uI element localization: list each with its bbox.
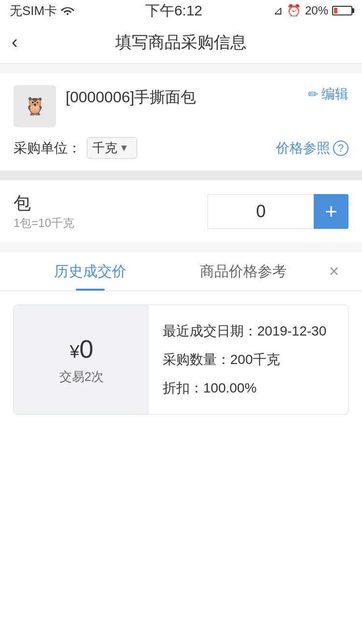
quantity-row: 包 1包=10千克 0 + [0, 180, 362, 242]
quantity-value: 0 [256, 201, 265, 222]
status-bar: 无SIM卡 下午6:12 ⊿ ⏰ 20% [0, 0, 362, 21]
unit-label: 采购单位： 千克 ▼ [14, 137, 137, 159]
battery-percent: 20% [305, 4, 328, 17]
bottom-space [0, 428, 362, 644]
history-detail-column: 最近成交日期：2019-12-30 采购数量：200千克 折扣：100.00% [149, 305, 348, 414]
edit-label: 编辑 [321, 85, 348, 103]
history-price-card: ¥0 交易2次 最近成交日期：2019-12-30 采购数量：200千克 折扣：… [14, 305, 348, 415]
discount-label: 折扣： [163, 380, 203, 395]
history-price-column: ¥0 交易2次 [14, 305, 149, 414]
status-right: ⊿ ⏰ 20% [273, 4, 352, 17]
unit-value: 千克 [92, 140, 117, 156]
page-title: 填写商品采购信息 [115, 31, 247, 54]
unit-row: 采购单位： 千克 ▼ 价格参照 ? [14, 137, 348, 159]
tab-history-price[interactable]: 历史成交价 [14, 252, 167, 291]
dropdown-arrow-icon: ▼ [119, 142, 129, 154]
product-card: 🦉 [0000006]手撕面包 ✏ 编辑 采购单位： 千克 ▼ 价格参照 ? [0, 73, 362, 170]
back-button[interactable]: ‹ [12, 32, 18, 53]
product-header: 🦉 [0000006]手撕面包 ✏ 编辑 [14, 85, 348, 127]
unit-label-text: 采购单位： [14, 139, 81, 157]
tabs-header: 历史成交价 商品价格参考 × [0, 252, 362, 291]
recent-date-row: 最近成交日期：2019-12-30 [163, 321, 334, 342]
network-label: 无SIM卡 [10, 2, 57, 19]
price-ref-button[interactable]: 价格参照 ? [276, 139, 348, 157]
discount-value: 100.00% [203, 380, 257, 395]
product-info: 🦉 [0000006]手撕面包 [14, 85, 196, 127]
tab-price-reference[interactable]: 商品价格参考 [167, 252, 320, 291]
currency-symbol: ¥ [70, 342, 80, 362]
tabs-content: ¥0 交易2次 最近成交日期：2019-12-30 采购数量：200千克 折扣：… [0, 291, 362, 428]
tab-history-label: 历史成交价 [54, 262, 126, 281]
product-logo: 🦉 [24, 96, 46, 116]
trade-count: 交易2次 [59, 368, 104, 385]
edit-icon: ✏ [308, 87, 319, 102]
quantity-input[interactable]: 0 [208, 194, 314, 229]
nav-bar: ‹ 填写商品采购信息 [0, 21, 362, 64]
section-divider [0, 170, 362, 180]
price-ref-label: 价格参照 [276, 139, 330, 157]
battery-icon [332, 6, 352, 15]
product-name: [0000006]手撕面包 [66, 87, 196, 108]
recent-date-label: 最近成交日期： [163, 323, 257, 338]
alarm-icon: ⏰ [287, 4, 301, 17]
status-left: 无SIM卡 [10, 2, 74, 19]
product-thumbnail: 🦉 [14, 85, 56, 127]
quantity-plus-button[interactable]: + [314, 194, 348, 229]
purchase-quantity-row: 采购数量：200千克 [163, 349, 334, 371]
quantity-detail-value: 200千克 [230, 352, 280, 367]
wifi-icon [61, 3, 74, 18]
unit-select[interactable]: 千克 ▼ [87, 137, 137, 159]
discount-row: 折扣：100.00% [163, 378, 334, 399]
recent-date-value: 2019-12-30 [257, 323, 326, 338]
edit-button[interactable]: ✏ 编辑 [308, 85, 348, 103]
price-amount-value: 0 [80, 335, 94, 363]
quantity-conversion: 1包=10千克 [14, 215, 74, 231]
status-time: 下午6:12 [145, 1, 202, 21]
tabs-panel: 历史成交价 商品价格参考 × ¥0 交易2次 最近成交日期：2019-12-30 [0, 252, 362, 428]
quantity-detail-label: 采购数量： [163, 352, 230, 367]
tab-price-ref-label: 商品价格参考 [200, 262, 287, 281]
quantity-unit: 包 [14, 192, 74, 215]
price-display: ¥0 [70, 335, 94, 364]
quantity-label: 包 1包=10千克 [14, 192, 74, 231]
price-ref-help-icon: ? [333, 140, 348, 156]
location-icon: ⊿ [273, 4, 283, 17]
quantity-controls: 0 + [208, 194, 348, 229]
tab-underline [76, 289, 105, 291]
tabs-close-button[interactable]: × [320, 252, 348, 291]
